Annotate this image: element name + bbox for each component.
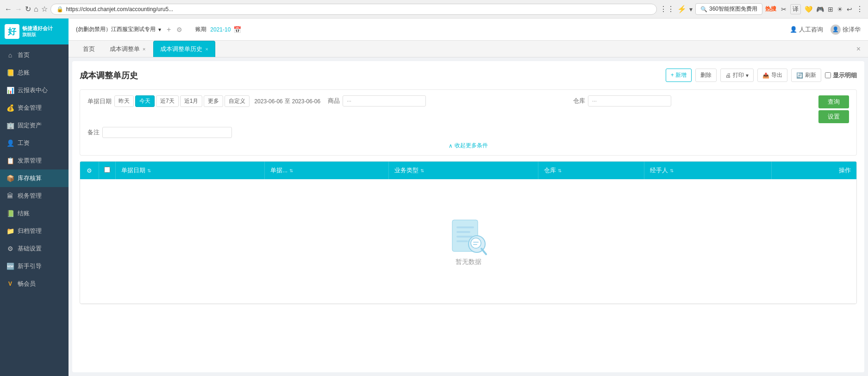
company-selector[interactable]: (勿删勿禁用）江西服宝测试专用 ▾ <box>76 25 161 33</box>
sidebar-label-report: 云报表中心 <box>18 86 48 94</box>
user-btn[interactable]: 👤 徐泽华 <box>831 25 861 35</box>
sidebar-label-fund: 资金管理 <box>18 104 42 112</box>
th-handler[interactable]: 经手人 <box>644 162 772 179</box>
tab-cost-adjust-history[interactable]: 成本调整单历史 × <box>153 41 215 57</box>
empty-illustration <box>445 216 492 258</box>
print-button[interactable]: 🖨 打印 ▾ <box>720 69 754 82</box>
game-icon[interactable]: 🎮 <box>816 6 824 13</box>
url-text: https://cloud.chanjet.com/accounting/uru… <box>66 6 173 13</box>
salary-icon: 👤 <box>6 139 14 147</box>
th-doc-no[interactable]: 单据... <box>265 162 389 179</box>
refresh-button[interactable]: 🔄 刷新 <box>791 69 821 82</box>
tab-home[interactable]: 首页 <box>76 41 102 57</box>
th-settings[interactable]: ⚙ <box>80 162 99 179</box>
company-dropdown-icon: ▾ <box>158 26 161 33</box>
sidebar-item-settings[interactable]: ⚙ 基础设置 <box>0 240 69 257</box>
sidebar-item-inventory[interactable]: 📦 库存核算 <box>0 169 69 187</box>
calendar-icon[interactable]: 📅 <box>233 26 241 33</box>
date-today-btn[interactable]: 今天 <box>135 95 155 107</box>
date-filter-label: 单据日期 <box>87 97 112 106</box>
sidebar-item-report[interactable]: 📊 云报表中心 <box>0 81 69 99</box>
tax-icon: 🏛 <box>6 192 14 200</box>
svg-point-6 <box>471 238 481 248</box>
home-button[interactable]: ⌂ <box>34 5 38 13</box>
tab-cost-adjust[interactable]: 成本调整单 × <box>103 41 152 57</box>
sidebar-label-guide: 新手引导 <box>18 262 42 270</box>
svg-rect-8 <box>473 242 479 243</box>
sidebar-item-fund[interactable]: 💰 资金管理 <box>0 99 69 117</box>
collapse-btn[interactable]: ∧ 收起更多条件 <box>449 142 488 150</box>
sidebar-item-archive[interactable]: 📁 归档管理 <box>0 222 69 240</box>
export-button[interactable]: 📤 导出 <box>757 69 787 82</box>
svg-rect-4 <box>456 240 468 242</box>
svg-rect-9 <box>473 244 477 245</box>
dropdown-icon[interactable]: ▾ <box>689 6 693 13</box>
warehouse-select-wrap[interactable]: ··· <box>588 95 671 107</box>
tab-cost-adjust-close[interactable]: × <box>143 46 145 52</box>
add-company-icon[interactable]: + <box>167 25 171 34</box>
th-checkbox[interactable] <box>99 162 115 179</box>
home-icon: ⌂ <box>6 51 14 59</box>
select-all-checkbox[interactable] <box>104 167 110 173</box>
date-custom-btn[interactable]: 自定义 <box>225 95 250 107</box>
inventory-icon: 📦 <box>6 175 14 182</box>
sidebar-item-home[interactable]: ⌂ 首页 <box>0 46 69 64</box>
date-yesterday-btn[interactable]: 昨天 <box>114 95 134 107</box>
hot-label: 热搜 <box>765 5 776 13</box>
sidebar-item-guide[interactable]: 🆕 新手引导 <box>0 257 69 275</box>
brightness-icon[interactable]: ☀ <box>837 6 843 13</box>
query-button[interactable]: 查询 <box>818 95 849 108</box>
sidebar-item-tax[interactable]: 🏛 税务管理 <box>0 187 69 205</box>
column-settings-icon[interactable]: ⚙ <box>87 167 92 174</box>
sidebar-item-asset[interactable]: 🏢 固定资产 <box>0 117 69 134</box>
collapse-label: 收起更多条件 <box>455 142 488 150</box>
date-more-btn[interactable]: 更多 <box>204 95 223 107</box>
th-warehouse[interactable]: 仓库 <box>538 162 644 179</box>
extensions-icon: ⋮⋮ <box>660 5 674 13</box>
sidebar-item-close[interactable]: 📗 结账 <box>0 205 69 222</box>
settings-company-icon[interactable]: ⚙ <box>176 26 182 33</box>
date-1month-btn[interactable]: 近1月 <box>180 95 203 107</box>
translate-icon[interactable]: 译 <box>790 4 801 14</box>
search-text: 360智能抠图免费用 <box>709 5 757 13</box>
tabs-close-btn[interactable]: × <box>856 45 861 53</box>
reload-button[interactable]: ↻ <box>25 5 31 13</box>
th-biz-type[interactable]: 业务类型 <box>389 162 538 179</box>
grid-icon[interactable]: ⊞ <box>828 6 833 13</box>
logo-text: 畅捷通好会计 <box>22 25 53 31</box>
sidebar-label-settings: 基础设置 <box>18 244 42 253</box>
date-filter-group: 单据日期 昨天 今天 近7天 近1月 更多 自定义 2023-06-06 至 <box>87 95 320 107</box>
undo-icon[interactable]: ↩ <box>847 6 852 13</box>
sidebar-item-ledger[interactable]: 📒 总账 <box>0 64 69 81</box>
goods-select-wrap[interactable]: ··· <box>343 95 426 107</box>
more-icon[interactable]: ⋮ <box>856 5 863 13</box>
add-button[interactable]: + 新增 <box>666 69 692 82</box>
browser-search-bar[interactable]: 🔍 360智能抠图免费用 <box>695 3 762 15</box>
invoice-icon: 📋 <box>6 157 14 164</box>
forward-button[interactable]: → <box>15 5 22 13</box>
display-columns-checkbox[interactable] <box>825 72 831 78</box>
sidebar-item-salary[interactable]: 👤 工资 <box>0 134 69 152</box>
scissors-icon[interactable]: ✂ <box>781 6 787 13</box>
back-button[interactable]: ← <box>5 5 12 13</box>
sidebar-item-member[interactable]: V 畅会员 <box>0 275 69 293</box>
lock-icon: 🔒 <box>56 6 63 13</box>
setting-button[interactable]: 设置 <box>818 110 849 123</box>
empty-row: 暂无数据 <box>80 179 856 304</box>
sidebar-item-invoice[interactable]: 📋 发票管理 <box>0 152 69 169</box>
sidebar-label-asset: 固定资产 <box>18 121 42 130</box>
remark-input[interactable] <box>102 127 232 138</box>
sidebar-label-ledger: 总账 <box>18 69 30 77</box>
star-button[interactable]: ☆ <box>41 5 48 13</box>
date-7days-btn[interactable]: 近7天 <box>156 95 179 107</box>
tab-cost-adjust-history-close[interactable]: × <box>205 46 208 52</box>
url-bar[interactable]: 🔒 https://cloud.chanjet.com/accounting/u… <box>50 4 657 15</box>
th-date[interactable]: 单据日期 <box>115 162 265 179</box>
svg-rect-2 <box>456 231 470 233</box>
report-icon: 📊 <box>6 87 14 94</box>
display-columns-label[interactable]: 显示明细 <box>825 71 857 80</box>
wallet-icon[interactable]: 💛 <box>805 6 812 13</box>
delete-button[interactable]: 删除 <box>695 69 717 82</box>
service-btn[interactable]: 👤 人工咨询 <box>790 25 823 34</box>
refresh-icon: 🔄 <box>796 72 803 79</box>
